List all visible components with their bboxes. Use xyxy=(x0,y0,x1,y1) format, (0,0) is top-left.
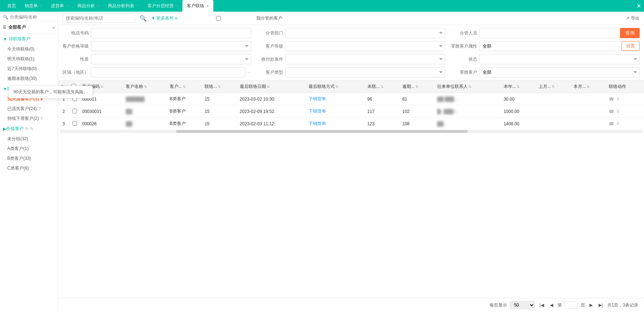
sidebar-item-today-pending[interactable]: 今天待联络(0) xyxy=(0,44,58,54)
row-this-month xyxy=(571,105,606,118)
more-action-icon[interactable]: ⠿ xyxy=(616,97,620,102)
sidebar-item-declining[interactable]: 持续下滑客户(2) ? xyxy=(0,114,58,123)
row-type: B类客户 xyxy=(168,93,202,105)
zero-customer-select[interactable]: 全部 xyxy=(479,67,640,77)
sidebar-item-week-pending[interactable]: 近7天待联络(0) xyxy=(0,64,58,74)
tab-customer-tier-label: 客户分层经营 xyxy=(148,3,174,9)
sidebar-item-c-class[interactable]: C类客户(6) xyxy=(0,163,58,173)
value-edit-icon[interactable]: ✎ xyxy=(30,126,34,131)
sidebar-item-a-class-label: A类客户(1) xyxy=(7,146,29,152)
sidebar-item-already-churn[interactable]: 已流失客户(24) ? xyxy=(0,104,58,114)
payment-select[interactable] xyxy=(285,54,446,64)
current-page-input[interactable]: 1 xyxy=(565,301,578,309)
phone-action-icon[interactable]: ☎ xyxy=(609,121,614,126)
last-page-button[interactable]: ▶| xyxy=(597,302,604,308)
sidebar-item-b-class[interactable]: B类客户(33) xyxy=(0,154,58,163)
row-action[interactable]: ☎ ⠿ xyxy=(607,93,644,105)
value-refresh-icon[interactable]: ↻ xyxy=(25,126,29,131)
my-customers-checkbox-label[interactable]: 我分管的客户 xyxy=(182,15,282,21)
sidebar-item-a-class[interactable]: A类客户(1) xyxy=(0,144,58,154)
sidebar-item-ungrouped[interactable]: 未分组(32) xyxy=(0,134,58,144)
tab-analysis-close[interactable]: × xyxy=(97,4,99,8)
th-last-contact-date: 最后联络日期⇅ xyxy=(238,81,306,93)
price-grade-label: 客户价格等级 xyxy=(63,43,89,49)
tab-customer-contact[interactable]: 客户联络 × xyxy=(182,0,213,12)
region-dots[interactable]: ··· xyxy=(247,70,251,75)
tab-analysis-list-close[interactable]: × xyxy=(136,4,138,8)
nature-select[interactable] xyxy=(91,54,251,64)
row-action[interactable]: ☎ ⠿ xyxy=(607,118,644,130)
per-page-select[interactable]: 50 100 200 xyxy=(510,301,535,309)
row-this-year: 30.00 xyxy=(502,93,536,105)
dept-label: 分管部门 xyxy=(257,30,283,36)
region-input[interactable] xyxy=(91,67,245,77)
tab-home-label: 首页 xyxy=(7,3,16,9)
close-all-button[interactable]: ✕ xyxy=(636,3,641,9)
more-action-icon[interactable]: ⠿ xyxy=(616,121,620,126)
last-contact-way-link[interactable]: 下销货单 xyxy=(309,109,326,114)
more-filter-button[interactable]: ▼ 更多条件 ∧ xyxy=(151,15,178,21)
sidebar-all-customers-label: 全部客户 xyxy=(8,24,26,31)
tab-customer-tier[interactable]: 客户分层经营 × xyxy=(143,0,182,12)
search-button[interactable]: 🔍 xyxy=(140,15,147,22)
phone-action-icon[interactable]: ☎ xyxy=(609,109,614,114)
settings-button[interactable]: 设置 xyxy=(621,41,640,51)
prev-page-button[interactable]: ◀ xyxy=(548,302,555,308)
horizontal-scroll-indicator[interactable] xyxy=(60,130,643,133)
my-customers-checkbox[interactable] xyxy=(182,16,255,21)
tab-sales-close[interactable]: × xyxy=(40,4,42,8)
row-name: ██ xyxy=(124,118,167,130)
filter-row-dept: 分管部门 xyxy=(257,28,446,38)
next-page-button[interactable]: ▶ xyxy=(588,302,594,308)
zero-attr-select[interactable]: 全部 xyxy=(479,41,640,51)
status-select[interactable] xyxy=(479,54,640,64)
tab-analysis[interactable]: 商品分析 × xyxy=(73,0,104,12)
search-input[interactable] xyxy=(63,14,135,23)
sidebar-item-tomorrow-pending[interactable]: 明天待联络(1) xyxy=(0,54,58,64)
row-last-contact-way[interactable]: 下销货单 xyxy=(306,118,365,130)
tab-home[interactable]: 首页 xyxy=(3,0,20,12)
row-checkbox[interactable] xyxy=(72,121,77,126)
tab-purchase-close[interactable]: × xyxy=(66,4,68,8)
sidebar-collapse-icon[interactable]: « xyxy=(52,25,55,30)
row-not-contacted: 117 xyxy=(365,105,400,118)
manager-input[interactable] xyxy=(479,28,634,38)
tab-purchase-label: 进货单 xyxy=(51,3,64,9)
sidebar-item-already-churn-label: 已流失客户(24) xyxy=(7,106,37,112)
dept-select[interactable] xyxy=(285,28,446,38)
export-button[interactable]: ↗ 导出 xyxy=(626,15,640,21)
more-action-icon[interactable]: ⠿ xyxy=(616,109,620,114)
phone-action-icon[interactable]: ☎ xyxy=(609,97,614,102)
sidebar-group-pending[interactable]: ▼ 待联络客户 xyxy=(0,34,58,44)
tab-purchase[interactable]: 进货单 × xyxy=(47,0,73,12)
row-checkbox-cell[interactable] xyxy=(69,118,80,130)
region-label: 区域（地区） xyxy=(63,69,89,76)
last-contact-way-link[interactable]: 下销货单 xyxy=(309,121,326,126)
row-this-month xyxy=(571,118,606,130)
row-last-contact-way[interactable]: 下销货单 xyxy=(306,93,365,105)
tab-customer-tier-close[interactable]: × xyxy=(176,4,178,8)
th-last-month: 上月...⇅ xyxy=(536,81,571,93)
tab-customer-contact-close[interactable]: × xyxy=(206,4,209,8)
sidebar-group-value[interactable]: ▶ 价值客户 ↻ ✎ xyxy=(0,123,58,134)
filter-row-nature: 性质 xyxy=(63,54,251,64)
last-contact-way-link[interactable]: 下销货单 xyxy=(309,96,326,101)
price-grade-select[interactable] xyxy=(91,41,251,51)
customer-grade-label: 客户等级 xyxy=(257,43,283,49)
tab-sales[interactable]: 销货单 × xyxy=(20,0,47,12)
th-this-year: 本年...⇅ xyxy=(502,81,536,93)
row-checkbox-cell[interactable] xyxy=(69,105,80,118)
customer-type-select[interactable] xyxy=(285,67,446,77)
row-action[interactable]: ☎ ⠿ xyxy=(607,105,644,118)
sidebar-item-overdue-pending[interactable]: 逾期未联络(30) xyxy=(0,74,58,84)
customer-grade-select[interactable] xyxy=(285,41,446,51)
row-last-contact-way[interactable]: 下销货单 xyxy=(306,105,365,118)
sidebar-search-input[interactable] xyxy=(10,15,55,20)
first-page-button[interactable]: |◀ xyxy=(538,302,545,308)
tab-analysis-list[interactable]: 商品分析列表 × xyxy=(104,0,143,12)
row-checkbox[interactable] xyxy=(72,109,77,113)
query-button[interactable]: 查询 xyxy=(620,28,640,38)
sidebar-item-tomorrow-pending-label: 明天待联络(1) xyxy=(7,56,35,62)
phone-input[interactable] xyxy=(91,28,251,38)
customer-type-label: 客户类型 xyxy=(257,69,283,76)
